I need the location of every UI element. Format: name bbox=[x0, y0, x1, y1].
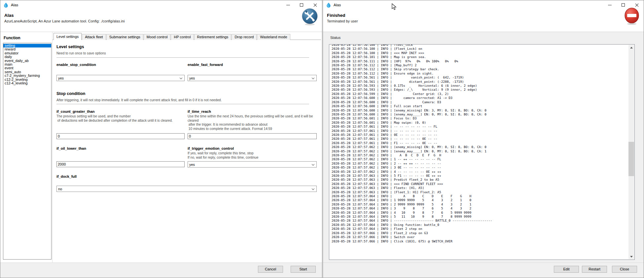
minimize-icon bbox=[286, 5, 290, 5]
tab[interactable]: Submarine settings bbox=[106, 34, 143, 40]
log-line: 2020-05-28 12:07:56.600 | INFO | Full sc… bbox=[332, 104, 628, 108]
log-line: 2020-05-28 12:07:57.064 | INFO | Fleet 2… bbox=[332, 227, 628, 231]
scroll-up-button[interactable] bbox=[628, 45, 634, 50]
chevron-down-icon bbox=[312, 77, 314, 79]
console-header: Finished Terminated by user bbox=[323, 10, 644, 32]
combo-value: no bbox=[58, 187, 62, 191]
log-line: 2020-05-28 12:07:57.066 | INFO | Switch … bbox=[332, 235, 628, 239]
status-title: Finished bbox=[327, 13, 345, 18]
log-line: 2020-05-28 12:07:56.593 | INFO | 0.175s … bbox=[332, 84, 628, 88]
tab[interactable]: HP control bbox=[171, 34, 194, 40]
function-listbox[interactable]: setting reward emulator daily event_dail… bbox=[3, 43, 52, 260]
combo-enable-fast-forward[interactable]: yes bbox=[188, 75, 317, 81]
window-title: Alas bbox=[334, 3, 341, 7]
log-line: 2020-05-28 12:07:57.064 | INFO | Using f… bbox=[332, 223, 628, 227]
tab[interactable]: Retirement settings bbox=[194, 34, 232, 40]
log-line: 2020-05-28 12:07:56.100 | INFO | <<< MAP… bbox=[332, 51, 628, 55]
log-line: 2020-05-28 12:07:57.064 | INFO | 4 10 9 … bbox=[332, 211, 628, 215]
log-line: 2020-05-28 12:07:57.063 | INFO | [Fleet_… bbox=[332, 190, 628, 194]
log-line: 2020-05-28 12:07:57.061 | INFO | 0E -- -… bbox=[332, 133, 628, 137]
minimize-button[interactable] bbox=[603, 0, 617, 10]
log-text: 2020-05-28 12:07:56.100 | INFO | fleet_l… bbox=[332, 44, 628, 243]
cancel-button[interactable]: Cancel bbox=[258, 266, 283, 273]
config-header: Alas AzurLaneAutoScript, An Azur Lane au… bbox=[0, 10, 322, 32]
scrollbar[interactable] bbox=[628, 45, 634, 259]
close-action-button[interactable]: Close bbox=[612, 266, 637, 273]
tab[interactable]: Wasteland mode bbox=[257, 34, 290, 40]
minimize-button[interactable] bbox=[281, 0, 295, 10]
maximize-icon bbox=[622, 3, 625, 7]
log-line: 2020-05-28 12:07:56.112 | INFO | Ensure … bbox=[332, 72, 628, 76]
section-title-stop-condition: Stop condition bbox=[56, 91, 85, 96]
tab[interactable]: Drop record bbox=[232, 34, 257, 40]
input-if-oil-lower-than[interactable] bbox=[56, 161, 185, 167]
tab[interactable]: Mood control bbox=[144, 34, 171, 40]
log-line: 2020-05-28 12:07:56.600 | INFO | camera … bbox=[332, 96, 628, 100]
log-line: 2020-05-28 12:07:56.600 | INFO | [enemy_… bbox=[332, 112, 628, 116]
combo-enable-stop-condition[interactable]: yes bbox=[56, 75, 185, 81]
titlebar[interactable]: Alas bbox=[0, 0, 322, 10]
restart-button[interactable]: Restart bbox=[582, 266, 607, 273]
console-footer: Edit Restart Close bbox=[323, 263, 644, 278]
status-subtitle: Terminated by user bbox=[327, 19, 358, 23]
log-line: 2020-05-28 12:07:57.063 | INFO | Fleets:… bbox=[332, 186, 628, 190]
log-line: 2020-05-28 12:07:56.111 | INFO | [HP] 97… bbox=[332, 59, 628, 63]
page-subtitle: AzurLaneAutoScript, An Azur Lane automat… bbox=[4, 19, 125, 23]
function-list-item[interactable]: c12-4_leveling bbox=[3, 81, 51, 85]
log-line: 2020-05-28 12:07:57.062 | INFO | A B C D… bbox=[332, 153, 628, 157]
tab-bar[interactable]: Level settings Attack fleet Submarine se… bbox=[54, 33, 320, 40]
chevron-down-icon bbox=[180, 77, 182, 79]
alas-logo-icon bbox=[326, 2, 331, 8]
log-line: 2020-05-28 12:07:57.061 | INFO | -- -- -… bbox=[332, 125, 628, 129]
log-line: 2020-05-28 12:07:56.561 | INFO | distant… bbox=[332, 80, 628, 84]
combo-value: yes bbox=[189, 76, 195, 80]
config-tools-icon bbox=[301, 8, 319, 26]
input-if-time-reach[interactable] bbox=[188, 133, 317, 139]
section-desc-stop-condition: After triggering, it will not stop immed… bbox=[56, 98, 222, 102]
section-title-level-settings: Level settings bbox=[56, 45, 84, 49]
alas-logo-icon bbox=[3, 2, 9, 8]
tab[interactable]: Level settings bbox=[54, 33, 82, 40]
sidebar-heading: Function bbox=[4, 36, 20, 40]
log-line: 2020-05-28 12:07:56.600 | INFO | [enemy_… bbox=[332, 108, 628, 112]
log-line: 2020-05-28 12:07:57.064 | INFO | A B C D… bbox=[332, 194, 628, 198]
maximize-icon bbox=[300, 3, 303, 7]
log-line: 2020-05-28 12:07:57.062 | INFO | [enemy_… bbox=[332, 145, 628, 149]
label-enable-stop-condition: enable_stop_condition bbox=[56, 63, 96, 67]
log-line: 2020-05-28 12:07:57.064 | INFO | 1 9999 … bbox=[332, 198, 628, 202]
log-line: 2020-05-28 12:07:56.599 | INFO | Center … bbox=[332, 92, 628, 96]
chevron-down-icon bbox=[312, 187, 314, 190]
log-line: 2020-05-28 12:07:57.066 | INFO | Fleet_2… bbox=[332, 231, 628, 235]
combo-value: yes bbox=[189, 163, 195, 167]
log-line: 2020-05-28 12:07:57.066 | INFO | Click (… bbox=[332, 239, 628, 243]
titlebar[interactable]: Alas bbox=[323, 0, 644, 10]
label-enable-fast-forward: enable_fast_forward bbox=[188, 63, 223, 67]
scrollbar-thumb[interactable] bbox=[628, 142, 634, 176]
start-button[interactable]: Start bbox=[291, 266, 316, 273]
edit-button[interactable]: Edit bbox=[554, 266, 579, 273]
page-title: Alas bbox=[4, 13, 14, 18]
scroll-down-button[interactable] bbox=[628, 254, 634, 259]
log-line: 2020-05-28 12:07:57.064 | INFO | 3 9 8 7… bbox=[332, 206, 628, 210]
function-list-item[interactable]: c7-2_mystery_farming bbox=[3, 74, 51, 77]
console-body: Status 2020-05-28 12:07:56.100 | INFO | … bbox=[323, 32, 644, 263]
log-line: 2020-05-28 12:07:57.062 | INFO | 3 0E --… bbox=[332, 166, 628, 170]
label-if-oil-lower-than: if_oil_lower_than bbox=[56, 146, 86, 150]
stopped-icon bbox=[623, 7, 641, 25]
desktop: Alas Alas AzurLaneAutoScript, An Azur La… bbox=[0, 0, 644, 278]
input-if-count-greater-than[interactable] bbox=[56, 133, 185, 139]
log-output: 2020-05-28 12:07:56.100 | INFO | fleet_l… bbox=[329, 44, 635, 260]
log-line: 2020-05-28 12:07:56.101 | INFO | Map is … bbox=[332, 55, 628, 59]
combo-if-dock-full[interactable]: no bbox=[56, 186, 317, 192]
log-line: 2020-05-28 12:07:57.062 | INFO | 2 -- ++… bbox=[332, 162, 628, 166]
function-list-item[interactable]: daily bbox=[3, 55, 51, 59]
log-line: 2020-05-28 12:07:56.561 | INFO | vanish_… bbox=[332, 76, 628, 79]
log-line: 2020-05-28 12:07:57.061 | INFO | -- -- -… bbox=[332, 129, 628, 133]
combo-if-trigger-emotion-control[interactable]: yes bbox=[188, 161, 317, 168]
arrow-up-icon bbox=[630, 47, 633, 48]
label-if-count-greater-than: if_count_greater_than bbox=[56, 109, 95, 113]
divider bbox=[56, 104, 309, 104]
tab[interactable]: Attack fleet bbox=[82, 34, 106, 40]
log-line: 2020-05-28 12:07:57.061 | INFO | -- -- -… bbox=[332, 137, 628, 141]
log-line: 2020-05-28 12:07:56.100 | INFO | [Fleet_… bbox=[332, 47, 628, 51]
